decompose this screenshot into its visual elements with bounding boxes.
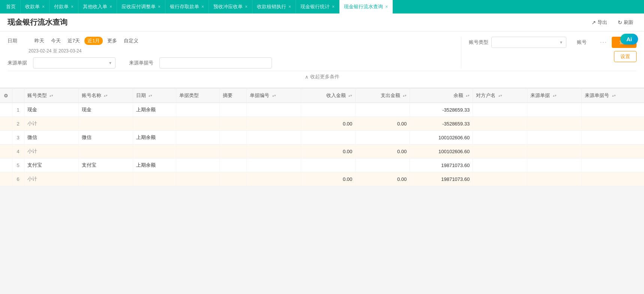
export-button[interactable]: ↗ 导出 [588,18,610,27]
nav-tab-home[interactable]: 首页 [2,0,21,13]
td-counterpart [473,103,527,117]
table-header-row: ⚙ 账号类型 ▴▾ 账号名称 ▴▾ 日期 ▴▾ 单据类型 摘要 单据编号 [0,88,644,103]
td-doc-num [246,145,301,158]
td-counterpart [473,172,527,186]
shortcut-today[interactable]: 今天 [49,37,63,45]
th-account-type[interactable]: 账号类型 ▴▾ [24,88,78,103]
source-doc-select[interactable]: ▾ [33,57,116,69]
nav-tab-cash-bank-stat[interactable]: 现金银行统计 × [296,0,339,13]
th-date[interactable]: 日期 ▴▾ [133,88,176,103]
account-type-select[interactable]: ▾ [491,37,566,48]
td-settings [0,117,12,131]
th-expense[interactable]: 支出金额 ▴▾ [356,88,410,103]
td-balance: 100102606.60 [410,131,473,145]
td-row-num: 5 [12,158,24,172]
td-account-name [78,172,133,186]
shortcut-more[interactable]: 更多 [105,37,119,45]
close-icon[interactable]: × [385,4,388,9]
td-source-doc [527,117,582,131]
td-date: 上期余额 [133,131,176,145]
close-icon[interactable]: × [332,4,335,9]
td-doc-type [176,103,220,117]
table-row: 4 小计 0.00 0.00 100102606.60 [0,145,644,158]
th-doc-num[interactable]: 单据编号 ▴▾ [246,88,301,103]
td-source-doc-num [582,103,644,117]
source-doc-num-input[interactable] [159,57,272,69]
td-balance: -3528659.33 [410,117,473,131]
td-expense [356,158,410,172]
th-source-doc-num[interactable]: 来源单据号 ▴▾ [582,88,644,103]
td-income: 0.00 [301,172,356,186]
shortcut-custom[interactable]: 自定义 [122,37,141,45]
export-icon: ↗ [591,19,596,25]
td-source-doc [527,131,582,145]
close-icon[interactable]: × [110,4,112,9]
refresh-icon: ↻ [618,19,622,25]
td-summary [219,103,246,117]
th-balance[interactable]: 余额 ▴▾ [410,88,473,103]
collapse-button[interactable]: ∧ 收起更多条件 [8,71,636,82]
td-balance: 19871073.60 [410,172,473,186]
close-icon[interactable]: × [71,4,74,9]
td-balance: -3528659.33 [410,103,473,117]
td-doc-num [246,172,301,186]
nav-tab-cash-bank-flow[interactable]: 现金银行流水查询 × [339,0,393,13]
th-settings[interactable]: ⚙ [0,88,12,103]
th-source-doc[interactable]: 来源单据 ▴▾ [527,88,582,103]
td-date [133,172,176,186]
close-icon[interactable]: × [288,4,291,9]
td-expense: 0.00 [356,117,410,131]
sort-icon-balance: ▴▾ [466,94,470,97]
nav-tab-receipt[interactable]: 收款单 × [21,0,50,13]
nav-tab-other-income[interactable]: 其他收入单 × [78,0,117,13]
td-source-doc-num [582,117,644,131]
date-filter-label: 日期 [8,37,26,44]
td-doc-type [176,158,220,172]
td-source-doc-num [582,158,644,172]
td-account-name: 支付宝 [78,158,133,172]
td-date [133,145,176,158]
th-account-name[interactable]: 账号名称 ▴▾ [78,88,133,103]
td-account-type: 支付宝 [24,158,78,172]
ai-badge[interactable]: Ai [620,34,638,45]
td-summary [219,117,246,131]
settings-button[interactable]: 设置 [614,51,636,62]
close-icon[interactable]: × [42,4,45,9]
filter-area: 日期 昨天 今天 近7天 近1月 更多 自定义 2023-02-24 至 202… [0,31,644,88]
td-row-num: 4 [12,145,24,158]
td-doc-type [176,172,220,186]
td-account-name [78,117,133,131]
td-expense [356,131,410,145]
td-summary [219,172,246,186]
td-date: 上期余额 [133,103,176,117]
refresh-button[interactable]: ↻ 刷新 [615,18,636,27]
date-range-display: 2023-02-24 至 2023-03-24 [29,48,81,54]
close-icon[interactable]: × [245,4,248,9]
nav-tab-ar-adjust[interactable]: 应收应付调整单 × [117,0,165,13]
td-row-num: 2 [12,117,24,131]
nav-tab-payment[interactable]: 付款单 × [50,0,78,13]
nav-tab-advance-offset[interactable]: 预收冲应收单 × [209,0,252,13]
td-source-doc-num [582,131,644,145]
top-nav: 首页 收款单 × 付款单 × 其他收入单 × 应收应付调整单 × 银行存取款单 … [0,0,644,13]
shortcut-yesterday[interactable]: 昨天 [32,37,47,45]
account-more-icon[interactable]: ··· [599,39,609,46]
table-container: ⚙ 账号类型 ▴▾ 账号名称 ▴▾ 日期 ▴▾ 单据类型 摘要 单据编号 [0,88,644,186]
td-date: 上期余额 [133,158,176,172]
th-counterpart[interactable]: 对方户名 ▴▾ [473,88,527,103]
td-row-num: 3 [12,131,24,145]
th-income[interactable]: 收入金额 ▴▾ [301,88,356,103]
account-label: 账号 [577,39,596,46]
nav-tab-bank-deposit[interactable]: 银行存取款单 × [165,0,209,13]
td-row-num: 6 [12,172,24,186]
nav-tab-collect-exec[interactable]: 收款核销执行 × [252,0,296,13]
close-icon[interactable]: × [158,4,161,9]
td-source-doc [527,158,582,172]
td-summary [219,158,246,172]
table-row: 5 支付宝 支付宝 上期余额 19871073.60 [0,158,644,172]
td-settings [0,145,12,158]
close-icon[interactable]: × [201,4,204,9]
table-row: 6 小计 0.00 0.00 19871073.60 [0,172,644,186]
shortcut-1month[interactable]: 近1月 [84,37,103,45]
shortcut-7days[interactable]: 近7天 [65,37,82,45]
